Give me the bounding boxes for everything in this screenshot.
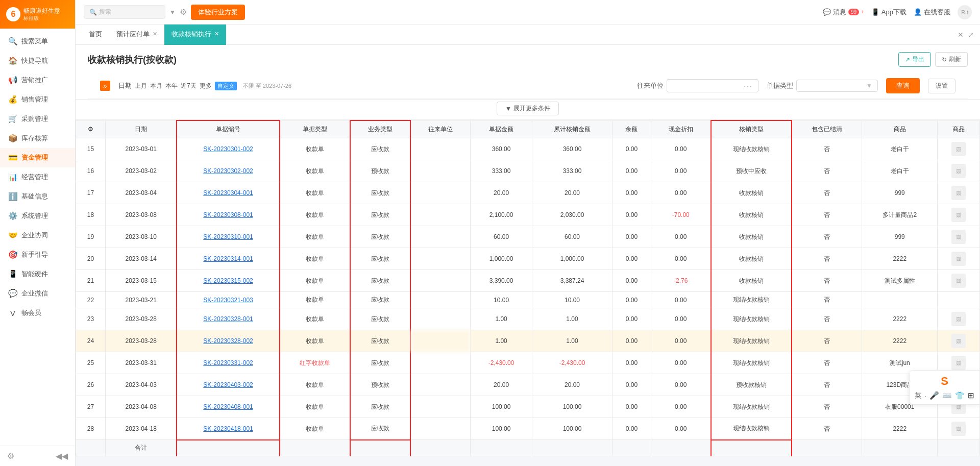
cell-r6-c7: 3,387.24: [532, 270, 612, 292]
doctype-select[interactable]: ▼: [796, 80, 878, 92]
cell-r12-c2[interactable]: SK-20230408-001: [177, 396, 280, 418]
query-button[interactable]: 查询: [886, 78, 920, 93]
cell-r0-c1: 2023-03-01: [105, 138, 177, 160]
table-row: 162023-03-02SK-20230302-002收款单预收款333.003…: [76, 160, 980, 182]
float-shirt-icon[interactable]: 👕: [955, 391, 965, 400]
sidebar-item-finance[interactable]: 💳资金管理: [0, 148, 75, 167]
cell-r11-c2[interactable]: SK-20230403-002: [177, 374, 280, 396]
sidebar-item-operation[interactable]: 📊经营管理: [0, 167, 75, 187]
filter-date-group: 日期 上月本月本年近7天更多 自定义: [118, 81, 237, 90]
settings-col-icon[interactable]: ⚙: [88, 126, 93, 133]
col-header-0: ⚙: [76, 120, 106, 138]
cell-r2-c10: 收款核销: [711, 182, 792, 204]
cell-r1-c8: 0.00: [612, 160, 651, 182]
setting-button[interactable]: 设置: [928, 79, 955, 93]
date-option-本年[interactable]: 本年: [165, 82, 178, 90]
cell-r5-c12: 2222: [862, 248, 938, 270]
online-service-button[interactable]: 👤 在线客服: [914, 8, 950, 17]
cell-r4-c9: 0.00: [651, 226, 710, 248]
cell-r3-c2[interactable]: SK-20230308-001: [177, 204, 280, 226]
cell-r7-c8: 0.00: [612, 292, 651, 308]
filter-expand-button[interactable]: »: [100, 81, 110, 91]
partner-input[interactable]: ···: [667, 79, 758, 92]
sidebar-item-member[interactable]: V畅会员: [0, 303, 75, 323]
cell-r8-c9: 0.00: [651, 308, 710, 330]
sidebar-icon-system: ⚙️: [8, 211, 17, 220]
sidebar-label-sales: 销售管理: [21, 95, 48, 104]
sidebar-item-sales[interactable]: 💰销售管理: [0, 90, 75, 109]
custom-date-button[interactable]: 自定义: [215, 82, 237, 90]
cell-r8-c2[interactable]: SK-20230328-001: [177, 308, 280, 330]
settings-icon[interactable]: ⚙: [7, 451, 14, 461]
cell-r6-c3: 收款单: [280, 270, 350, 292]
sidebar-item-system[interactable]: ⚙️系统管理: [0, 206, 75, 226]
float-keyboard-icon[interactable]: ⌨️: [942, 391, 952, 400]
topbar-gear-icon[interactable]: ⚙: [180, 7, 187, 17]
table-row: 192023-03-10SK-20230310-001收款单应收款60.0060…: [76, 226, 980, 248]
cell-r9-c2[interactable]: SK-20230328-002: [177, 330, 280, 352]
sidebar-icon-search: 🔍: [8, 37, 17, 46]
float-badge: S 英 · 🎤 ⌨️ 👕 ⊞: [909, 370, 980, 405]
cell-r4-c2[interactable]: SK-20230310-001: [177, 226, 280, 248]
float-grid-icon[interactable]: ⊞: [968, 391, 974, 400]
sidebar-item-purchase[interactable]: 🛒采购管理: [0, 109, 75, 129]
date-option-更多[interactable]: 更多: [200, 82, 212, 90]
close-window-icon[interactable]: ✕: [958, 31, 964, 39]
cell-r3-c7: 2,030.00: [532, 204, 612, 226]
footer-cell-4: [350, 440, 410, 456]
cell-r7-c2[interactable]: SK-20230321-003: [177, 292, 280, 308]
tab-close-payable[interactable]: ✕: [153, 31, 157, 37]
date-option-近7天[interactable]: 近7天: [181, 82, 197, 90]
cell-r13-c9: 0.00: [651, 418, 710, 440]
tab-payable[interactable]: 预计应付单✕: [109, 24, 164, 45]
message-button[interactable]: 💬 消息 99 +: [823, 8, 864, 17]
refresh-button[interactable]: ↻ 刷新: [935, 52, 968, 67]
date-option-上月[interactable]: 上月: [135, 82, 147, 90]
topbar-chevron-icon[interactable]: ▼: [169, 9, 176, 16]
cell-r10-c2[interactable]: SK-20230331-002: [177, 352, 280, 374]
cell-r13-c2[interactable]: SK-20230418-001: [177, 418, 280, 440]
cell-r3-c8: 0.00: [612, 204, 651, 226]
float-mic-icon[interactable]: 🎤: [929, 391, 939, 400]
sidebar-item-corp[interactable]: 🤝企业协同: [0, 226, 75, 245]
float-icon-1[interactable]: 英: [915, 391, 921, 400]
table-container[interactable]: ⚙日期单据编号单据类型业务类型往来单位单据金额累计核销金额余额现金折扣核销类型包…: [76, 120, 980, 466]
cell-r8-c8: 0.00: [612, 308, 651, 330]
solution-button[interactable]: 体验行业方案: [191, 5, 245, 20]
sidebar-item-hardware[interactable]: 📱智能硬件: [0, 264, 75, 284]
cell-r0-c2[interactable]: SK-20230301-002: [177, 138, 280, 160]
cell-r12-c11: 否: [792, 396, 862, 418]
date-option-本月[interactable]: 本月: [150, 82, 162, 90]
cell-r12-c5: [410, 396, 470, 418]
cell-r2-c2[interactable]: SK-20230304-001: [177, 182, 280, 204]
collapse-icon[interactable]: ◀◀: [56, 451, 68, 461]
cell-r1-c1: 2023-03-02: [105, 160, 177, 182]
sidebar-item-inventory[interactable]: 📦库存核算: [0, 129, 75, 148]
export-button[interactable]: ↗ 导出: [898, 52, 931, 67]
tab-home[interactable]: 首页: [82, 24, 109, 45]
sidebar-item-basic[interactable]: ℹ️基础信息: [0, 187, 75, 206]
tab-close-receipt[interactable]: ✕: [214, 31, 219, 37]
sidebar-item-search[interactable]: 🔍搜索菜单: [0, 32, 75, 51]
sidebar-label-member: 畅会员: [21, 308, 41, 317]
app-download-button[interactable]: 📱 App下载: [871, 8, 906, 17]
table-row: 282023-04-18SK-20230418-001收款单应收款100.001…: [76, 418, 980, 440]
cell-r6-c2[interactable]: SK-20230315-002: [177, 270, 280, 292]
search-box[interactable]: 🔍 搜索: [84, 5, 165, 19]
sidebar-item-guide[interactable]: 🎯新手引导: [0, 245, 75, 264]
sidebar-item-wechat[interactable]: 💬企业微信: [0, 284, 75, 303]
tab-receipt[interactable]: 收款核销执行✕: [164, 24, 226, 45]
cell-r5-c0: 20: [76, 248, 106, 270]
footer-cell-2: [177, 440, 280, 456]
expand-more-button[interactable]: ▼ 展开更多条件: [497, 102, 559, 115]
product-img: 🖼: [951, 334, 966, 348]
sidebar-item-quick[interactable]: 🏠快捷导航: [0, 51, 75, 70]
user-avatar[interactable]: Rit: [958, 5, 972, 19]
sidebar-item-marketing[interactable]: 📢营销推广: [0, 70, 75, 90]
sidebar-icon-corp: 🤝: [8, 231, 17, 240]
logo-icon: 6: [6, 7, 20, 21]
maximize-icon[interactable]: ⤢: [968, 31, 974, 39]
cell-r1-c2[interactable]: SK-20230302-002: [177, 160, 280, 182]
cell-r3-c13: 🖼: [938, 204, 980, 226]
cell-r5-c2[interactable]: SK-20230314-001: [177, 248, 280, 270]
